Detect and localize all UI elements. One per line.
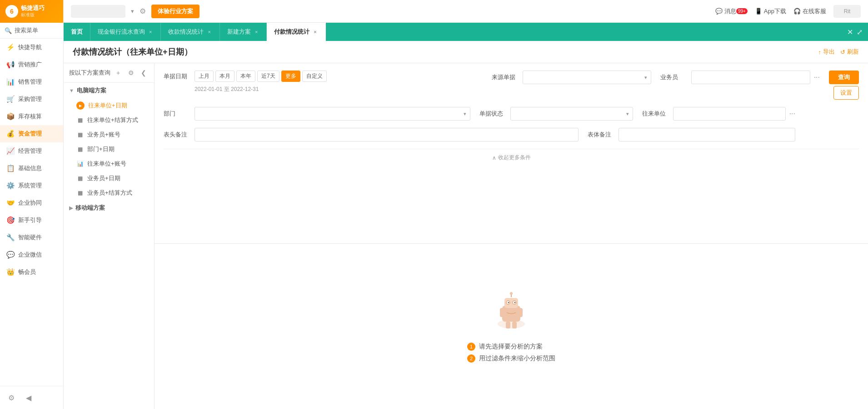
- tab-payment-stats[interactable]: 付款情况统计 ×: [267, 23, 325, 41]
- topbar-gear-icon[interactable]: ⚙: [140, 7, 146, 15]
- page-title: 付款情况统计（往来单位+日期）: [73, 46, 818, 57]
- collapse-bar[interactable]: ∧ 收起更多条件: [164, 149, 859, 166]
- date-btn-last-month[interactable]: 上月: [195, 71, 214, 82]
- sidebar-collapse-btn[interactable]: ◀: [22, 391, 35, 404]
- doc-status-select[interactable]: ▾: [510, 107, 633, 121]
- sidebar-item-marketing[interactable]: 📢 营销推广: [0, 56, 63, 73]
- scheme-item-customer-account[interactable]: 📊 往来单位+账号: [64, 157, 154, 171]
- tip-num-1: 1: [467, 343, 475, 351]
- sidebar-item-hardware[interactable]: 🔧 智能硬件: [0, 229, 63, 246]
- desktop-group-header[interactable]: ▼ 电脑端方案: [64, 83, 154, 98]
- sidebar-item-label: 企业协同: [18, 199, 42, 207]
- note-header-input[interactable]: [195, 128, 579, 141]
- tip-num-2: 2: [467, 354, 475, 363]
- scheme-item-label: 部门+日期: [87, 145, 115, 153]
- note-header-field: 表头备注: [164, 128, 579, 141]
- query-buttons: 查询 设置: [829, 71, 859, 100]
- scheme-collapse-btn[interactable]: ❮: [139, 68, 149, 78]
- logo-sub: 标准版: [21, 12, 45, 18]
- add-scheme-btn[interactable]: +: [113, 68, 123, 78]
- avatar-text: Rit: [844, 8, 851, 15]
- tab-new-scheme-label: 新建方案: [227, 28, 251, 36]
- search-menu[interactable]: 🔍 搜索菜单: [0, 23, 63, 39]
- table-icon-5: ▦: [76, 189, 84, 197]
- sidebar-item-wechat[interactable]: 💬 企业微信: [0, 246, 63, 263]
- tab-collection-stats-close[interactable]: ×: [206, 29, 212, 35]
- dept-label: 部门: [164, 110, 191, 118]
- tab-payment-stats-label: 付款情况统计: [274, 28, 309, 36]
- tab-new-scheme[interactable]: 新建方案 ×: [220, 23, 267, 41]
- tab-new-scheme-close[interactable]: ×: [254, 29, 259, 35]
- sidebar-item-label: 快捷导航: [18, 43, 42, 51]
- salesman-more-btn[interactable]: ···: [814, 73, 820, 81]
- tab-collection-stats-label: 收款情况统计: [168, 28, 204, 36]
- sidebar-item-sales[interactable]: 📊 销售管理: [0, 73, 63, 91]
- date-label: 单据日期: [164, 72, 191, 81]
- tab-cash-flow-close[interactable]: ×: [148, 29, 153, 35]
- date-btn-custom[interactable]: 自定义: [302, 71, 327, 82]
- scheme-item-salesman-account[interactable]: ▦ 业务员+账号: [64, 127, 154, 142]
- sidebar-item-label: 畅会员: [18, 268, 36, 276]
- tab-payment-stats-close[interactable]: ×: [312, 29, 318, 35]
- tabbar-expand-btn[interactable]: ⤢: [857, 28, 863, 36]
- date-buttons: 上月 本月 本年 近7天 更多 自定义: [195, 71, 327, 82]
- related-label: 往来单位: [642, 110, 669, 118]
- doc-status-field: 单据状态 ▾: [479, 107, 633, 121]
- tab-collection-stats[interactable]: 收款情况统计 ×: [161, 23, 219, 41]
- filter-settings-btn[interactable]: 设置: [833, 86, 859, 100]
- sidebar-item-quick-nav[interactable]: ⚡ 快捷导航: [0, 39, 63, 56]
- salesman-input[interactable]: [691, 71, 810, 84]
- app-download-btn[interactable]: 📱 App下载: [755, 7, 786, 15]
- online-service-btn[interactable]: 🎧 在线客服: [793, 7, 826, 15]
- scheme-item-label: 往来单位+结算方式: [87, 116, 138, 124]
- scheme-item-label: 业务员+结算方式: [87, 189, 132, 197]
- note-body-field: 表体备注: [588, 128, 795, 141]
- sidebar-item-guide[interactable]: 🎯 新手引导: [0, 212, 63, 229]
- sidebar-item-label: 经营管理: [18, 147, 42, 155]
- scheme-settings-btn[interactable]: ⚙: [126, 68, 136, 78]
- tabbar-close-btn[interactable]: ✕: [847, 28, 853, 36]
- desktop-group-label: 电脑端方案: [77, 86, 106, 95]
- tab-cash-flow[interactable]: 现金银行流水查询 ×: [90, 23, 161, 41]
- sidebar-item-basic-info[interactable]: 📋 基础信息: [0, 160, 63, 177]
- date-btn-more[interactable]: 更多: [281, 71, 300, 82]
- related-more-btn[interactable]: ···: [789, 110, 795, 118]
- sidebar-item-member[interactable]: 👑 畅会员: [0, 263, 63, 281]
- date-btn-this-month[interactable]: 本月: [215, 71, 234, 82]
- sidebar-item-purchase[interactable]: 🛒 采购管理: [0, 91, 63, 108]
- trial-btn[interactable]: 体验行业方案: [151, 5, 200, 18]
- source-dropdown-icon: ▾: [644, 75, 647, 81]
- enterprise-icon: 🤝: [6, 199, 15, 207]
- table-icon-2: ▦: [76, 131, 84, 138]
- sidebar-item-system[interactable]: ⚙️ 系统管理: [0, 177, 63, 194]
- mobile-group-header[interactable]: ▶ 移动端方案: [64, 200, 154, 216]
- sidebar-item-capital[interactable]: 💰 资金管理: [0, 125, 63, 142]
- user-avatar[interactable]: Rit: [833, 5, 861, 18]
- sidebar-item-operation[interactable]: 📈 经营管理: [0, 142, 63, 160]
- sidebar-item-inventory[interactable]: 📦 库存核算: [0, 108, 63, 125]
- source-select[interactable]: ▾: [523, 71, 651, 84]
- scheme-item-salesman-settlement[interactable]: ▦ 业务员+结算方式: [64, 186, 154, 200]
- scheme-item-customer-settlement[interactable]: ▦ 往来单位+结算方式: [64, 113, 154, 127]
- tab-home[interactable]: 首页: [64, 23, 90, 41]
- sidebar-item-label: 智能硬件: [18, 233, 42, 242]
- related-input[interactable]: [673, 107, 786, 121]
- export-btn[interactable]: ↑ 导出: [818, 48, 835, 56]
- topbar-user-info[interactable]: [71, 5, 125, 18]
- note-body-input[interactable]: [619, 128, 795, 141]
- topbar-dropdown-arrow[interactable]: ▾: [131, 8, 134, 15]
- source-field: 来源单据 ▾: [492, 71, 651, 84]
- sidebar-item-label: 销售管理: [18, 78, 42, 86]
- sidebar-item-enterprise[interactable]: 🤝 企业协同: [0, 194, 63, 212]
- scheme-item-customer-date[interactable]: 往来单位+日期: [64, 98, 154, 113]
- query-btn[interactable]: 查询: [829, 71, 859, 84]
- date-btn-last-7days[interactable]: 近7天: [257, 71, 279, 82]
- note-header-label: 表头备注: [164, 131, 191, 139]
- date-btn-this-year[interactable]: 本年: [236, 71, 255, 82]
- refresh-btn[interactable]: ↺ 刷新: [840, 48, 859, 56]
- sidebar-settings-btn[interactable]: ⚙: [5, 391, 18, 404]
- dept-select[interactable]: ▾: [195, 107, 470, 121]
- notification-btn[interactable]: 💬 消息 99+: [715, 7, 748, 15]
- scheme-item-dept-date[interactable]: ▦ 部门+日期: [64, 142, 154, 157]
- scheme-item-salesman-date[interactable]: ▦ 业务员+日期: [64, 171, 154, 186]
